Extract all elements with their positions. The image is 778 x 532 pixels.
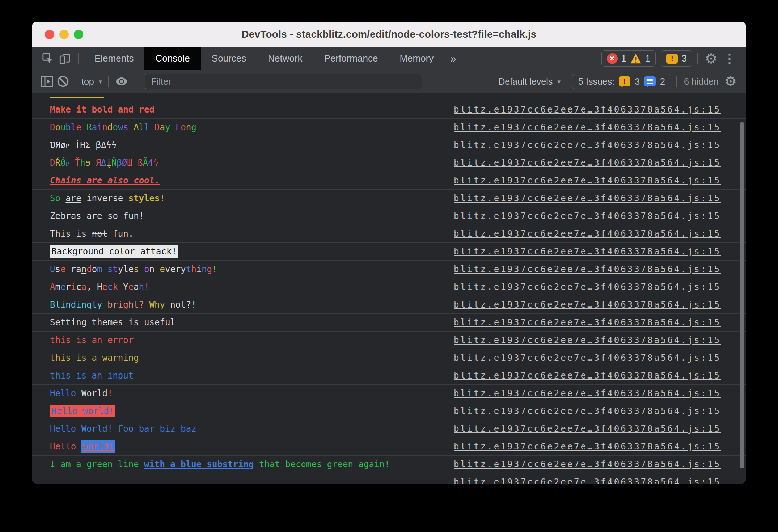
error-count: 1: [621, 53, 626, 64]
console-message: ĐŔǾᴘ Ťhɘ ЯΔįÑβØШ ßÃ4ϟ: [50, 158, 158, 168]
divider: [135, 76, 135, 87]
console-row: So are inverse styles!blitz.e1937cc6e2ee…: [32, 190, 746, 207]
source-link[interactable]: blitz.e1937cc6e2ee7e…3f4063378a564.js:15: [454, 424, 721, 434]
console-row: Hello world!blitz.e1937cc6e2ee7e…3f40633…: [32, 438, 746, 456]
source-link[interactable]: blitz.e1937cc6e2ee7e…3f4063378a564.js:15: [454, 246, 721, 257]
console-message: Use random styles on everything!: [50, 264, 217, 274]
source-link[interactable]: blitz.e1937cc6e2ee7e…3f4063378a564.js:15: [454, 388, 721, 398]
context-selector[interactable]: top ▼: [81, 76, 103, 87]
console-message: Background color attack!: [50, 245, 178, 258]
tab-network[interactable]: Network: [257, 47, 313, 70]
console-row: this is an inputblitz.e1937cc6e2ee7e…3f4…: [32, 367, 746, 385]
console-row: Make it bold and redblitz.e1937cc6e2ee7e…: [32, 101, 746, 119]
console-message: Hello World!: [50, 388, 113, 398]
issues-badge[interactable]: ! 3: [661, 50, 692, 67]
devtools-tab-bar: ElementsConsoleSourcesNetworkPerformance…: [32, 47, 746, 70]
console-message: Double Raindows All Day Long: [50, 122, 196, 132]
zoom-window-button[interactable]: [74, 30, 83, 39]
source-link[interactable]: blitz.e1937cc6e2ee7e…3f4063378a564.js:15: [454, 229, 721, 239]
source-link[interactable]: blitz.e1937cc6e2ee7e…3f4063378a564.js:15: [454, 300, 721, 310]
issues-label: 5 Issues:: [578, 76, 614, 87]
source-link[interactable]: blitz.e1937cc6e2ee7e…3f4063378a564.js:15: [454, 264, 721, 274]
inspect-element-icon[interactable]: [40, 50, 56, 67]
console-settings-gear-icon[interactable]: ⚙: [724, 75, 737, 88]
source-link[interactable]: blitz.e1937cc6e2ee7e…3f4063378a564.js:15: [454, 105, 721, 115]
tab-elements[interactable]: Elements: [84, 47, 144, 70]
source-link[interactable]: blitz.e1937cc6e2ee7e…3f4063378a564.js:15: [454, 371, 721, 381]
console-message: Chains are also cool.: [50, 176, 160, 186]
source-link[interactable]: blitz.e1937cc6e2ee7e…3f4063378a564.js:15: [454, 193, 721, 203]
source-link[interactable]: blitz.e1937cc6e2ee7e…3f4063378a564.js:15: [454, 477, 721, 484]
source-link[interactable]: blitz.e1937cc6e2ee7e…3f4063378a564.js:15: [454, 335, 721, 345]
console-message: America, Heck Yeah!: [50, 282, 149, 292]
window-title: DevTools - stackblitz.com/edit/node-colo…: [241, 29, 536, 40]
source-link[interactable]: blitz.e1937cc6e2ee7e…3f4063378a564.js:15: [454, 317, 721, 328]
source-link[interactable]: blitz.e1937cc6e2ee7e…3f4063378a564.js:15: [454, 282, 721, 292]
issues-count: 3: [681, 53, 686, 64]
info-issue-count: 2: [660, 76, 665, 87]
title-bar: DevTools - stackblitz.com/edit/node-colo…: [32, 22, 746, 47]
clear-console-icon[interactable]: [55, 73, 71, 89]
console-message: Make it bold and red: [50, 105, 155, 115]
console-message: this is a warning: [50, 353, 139, 363]
filter-input-box[interactable]: [145, 74, 422, 89]
tab-sources[interactable]: Sources: [201, 47, 257, 70]
minimize-window-button[interactable]: [59, 30, 69, 39]
console-message: Blindingly bright? Why not?!: [50, 300, 196, 310]
divider: [567, 76, 567, 87]
source-link[interactable]: blitz.e1937cc6e2ee7e…3f4063378a564.js:15: [454, 406, 721, 416]
breaking-issue-count: 3: [635, 76, 640, 87]
filter-input[interactable]: [151, 76, 417, 87]
close-window-button[interactable]: [45, 30, 54, 39]
log-levels-selector[interactable]: Default levels ▼: [498, 76, 562, 87]
issues-counter[interactable]: 5 Issues: ! 3 2: [572, 74, 671, 89]
console-row: ĐŔǾᴘ Ťhɘ ЯΔįÑβØШ ßÃ4ϟblitz.e1937cc6e2ee7…: [32, 154, 746, 172]
divider: [78, 53, 79, 64]
tab-console[interactable]: Console: [144, 47, 200, 70]
console-message: Zebras are so fun!: [50, 211, 144, 221]
console-message: Hello world!: [50, 405, 115, 417]
console-message: Setting themes is useful: [50, 317, 176, 328]
console-message: [50, 97, 104, 101]
divider: [676, 76, 677, 87]
breaking-issue-icon: !: [619, 76, 630, 86]
console-message: ƊЯøᴘ ŤĦΣ βΔϟϟ: [50, 140, 117, 150]
console-message: this is an input: [50, 371, 134, 381]
console-row: Use random styles on everything!blitz.e1…: [32, 261, 746, 278]
console-row: I am a green line with a blue substring …: [32, 456, 746, 473]
console-message: So are inverse styles!: [50, 193, 165, 203]
hidden-messages-label: 6 hidden: [684, 76, 719, 87]
warning-icon: [630, 53, 642, 64]
kebab-menu-icon[interactable]: ⋮: [723, 51, 736, 66]
console-row: this is a warningblitz.e1937cc6e2ee7e…3f…: [32, 349, 746, 367]
console-row: this is an errorblitz.e1937cc6e2ee7e…3f4…: [32, 332, 746, 349]
settings-gear-icon[interactable]: ⚙: [705, 52, 717, 66]
devtools-window: DevTools - stackblitz.com/edit/node-colo…: [32, 22, 746, 484]
console-row: [32, 93, 746, 101]
tab-performance[interactable]: Performance: [313, 47, 389, 70]
console-row: Hello World! Foo bar biz bazblitz.e1937c…: [32, 420, 746, 438]
source-link[interactable]: blitz.e1937cc6e2ee7e…3f4063378a564.js:15: [454, 176, 721, 186]
more-tabs-icon[interactable]: »: [444, 52, 462, 65]
live-expression-eye-icon[interactable]: [114, 73, 130, 89]
source-link[interactable]: blitz.e1937cc6e2ee7e…3f4063378a564.js:15: [454, 211, 721, 221]
source-link[interactable]: blitz.e1937cc6e2ee7e…3f4063378a564.js:15: [454, 459, 721, 469]
device-toolbar-icon[interactable]: [56, 50, 73, 67]
error-icon: ✕: [607, 53, 618, 64]
issue-bubble-icon: !: [666, 54, 678, 64]
sidebar-toggle-icon[interactable]: [39, 73, 55, 89]
errors-warnings-badge[interactable]: ✕ 1 1: [601, 50, 656, 67]
source-link[interactable]: blitz.e1937cc6e2ee7e…3f4063378a564.js:15: [454, 122, 721, 132]
info-issue-icon: [644, 76, 656, 86]
console-message: this is an error: [50, 335, 134, 345]
source-link[interactable]: blitz.e1937cc6e2ee7e…3f4063378a564.js:15: [454, 158, 721, 168]
traffic-lights: [45, 22, 83, 47]
tab-memory[interactable]: Memory: [389, 47, 444, 70]
console-row: This is not fun.blitz.e1937cc6e2ee7e…3f4…: [32, 225, 746, 243]
scrollbar-thumb[interactable]: [740, 122, 744, 468]
console-row: Setting themes is usefulblitz.e1937cc6e2…: [32, 314, 746, 332]
source-link[interactable]: blitz.e1937cc6e2ee7e…3f4063378a564.js:15: [454, 140, 721, 150]
chevron-down-icon: ▼: [98, 79, 103, 85]
source-link[interactable]: blitz.e1937cc6e2ee7e…3f4063378a564.js:15: [454, 442, 721, 452]
source-link[interactable]: blitz.e1937cc6e2ee7e…3f4063378a564.js:15: [454, 353, 721, 363]
